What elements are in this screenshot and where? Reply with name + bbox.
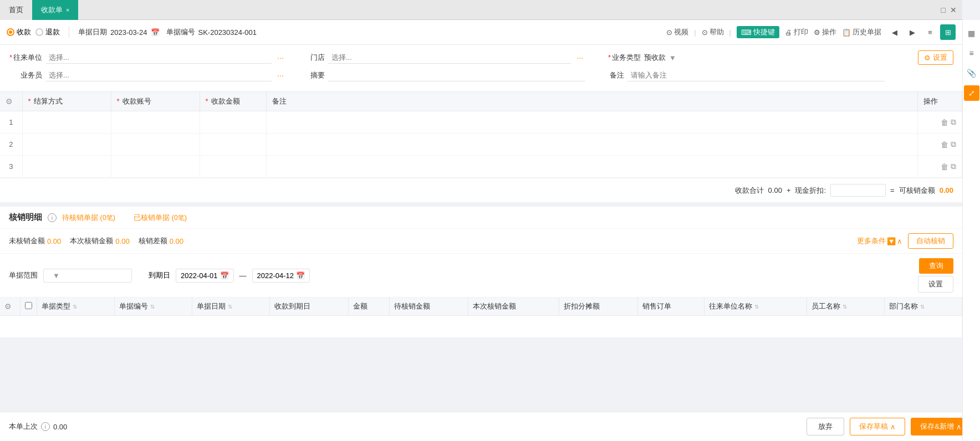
remark-input[interactable] [627, 69, 885, 81]
end-date-input[interactable]: 2022-04-12 📅 [252, 269, 310, 283]
start-date-input[interactable]: 2022-04-01 📅 [176, 269, 234, 283]
counterparty-more-btn[interactable]: ··· [275, 53, 286, 62]
date-settings-btn[interactable]: 设置 [918, 276, 953, 293]
sort-counterparty[interactable]: 往来单位名称 ⇅ [709, 301, 802, 311]
range-arrow: ▼ [53, 271, 60, 280]
select-all-checkbox[interactable] [25, 302, 32, 309]
business-type-selector[interactable]: 预收款 ▼ [644, 53, 676, 63]
shortcut-btn[interactable]: ⌨ 快捷键 [737, 26, 779, 38]
cell-amount-1[interactable] [200, 111, 266, 134]
store-input[interactable] [328, 52, 571, 64]
view-list-btn[interactable]: ≡ [922, 24, 938, 40]
copy-icon-3[interactable]: ⧉ [951, 162, 956, 171]
help-btn[interactable]: ⊙ 帮助 [702, 27, 724, 37]
radio-refund-label: 退款 [45, 27, 60, 37]
table-icon[interactable]: ▦ [964, 25, 979, 41]
bth-gear[interactable]: ⚙ [0, 298, 20, 316]
operation-btn[interactable]: ⚙ 操作 [814, 27, 836, 37]
cell-amount-2[interactable] [200, 134, 266, 156]
cell-account-1[interactable] [111, 111, 200, 134]
discard-btn[interactable]: 放弃 [807, 418, 844, 435]
radio-refund[interactable]: 退款 [35, 27, 60, 37]
delete-icon-1[interactable]: 🗑 [941, 118, 948, 127]
window-close-icon[interactable]: ✕ [950, 6, 957, 14]
sort-type[interactable]: 单据类型 ⇅ [42, 301, 110, 311]
th-settlement: * 结算方式 [22, 92, 111, 111]
salesperson-more-btn[interactable]: ··· [275, 71, 286, 80]
business-type-arrow[interactable]: ▼ [669, 54, 676, 62]
footer-left: 本单上次 i 0.00 [9, 422, 67, 432]
cell-remark-2[interactable] [266, 134, 918, 156]
bth-current-label: 本次核销金额 [473, 302, 516, 310]
th-account: * 收款账号 [111, 92, 200, 111]
attach-icon[interactable]: 📎 [964, 65, 979, 81]
cell-settlement-2[interactable] [22, 134, 111, 156]
save-draft-btn[interactable]: 保存草稿 ∧ [850, 418, 905, 435]
bth-department-label: 部门名称 [889, 301, 918, 311]
auto-clear-btn[interactable]: 自动核销 [908, 233, 953, 249]
store-more-btn[interactable]: ··· [574, 53, 585, 62]
filter-icon: 🔽 [887, 237, 896, 245]
range-selector[interactable]: ▼ [43, 269, 132, 283]
bth-date: 单据日期 ⇅ [192, 298, 269, 316]
radio-receipt[interactable]: 收款 [7, 27, 31, 37]
view-grid-btn[interactable]: ⊞ [940, 24, 956, 40]
bth-pending-label: 待核销金额 [394, 302, 430, 310]
query-btn[interactable]: 查询 [919, 258, 953, 274]
cell-settlement-3[interactable] [22, 156, 111, 178]
radio-refund-circle [35, 28, 43, 36]
cell-account-3[interactable] [111, 156, 200, 178]
history-icon: 📋 [842, 28, 851, 37]
tab-receipt[interactable]: 收款单 × [32, 0, 78, 20]
current-verify-label: 本次核销金额 [70, 236, 113, 246]
sort-date[interactable]: 单据日期 ⇅ [197, 301, 265, 311]
tab-bar-right: □ ✕ [941, 6, 962, 14]
more-conditions-btn[interactable]: 更多条件 🔽 ∧ [857, 236, 902, 246]
cell-remark-3[interactable] [266, 156, 918, 178]
copy-icon-1[interactable]: ⧉ [951, 117, 956, 127]
window-restore-icon[interactable]: □ [941, 6, 946, 14]
print-btn[interactable]: 🖨 打印 [785, 27, 808, 37]
tab-separator [121, 213, 128, 223]
date-value: 2023-03-24 [110, 28, 147, 37]
settings-button[interactable]: ⚙ 设置 [918, 50, 953, 65]
th-remark-label: 备注 [272, 97, 287, 105]
footer-info-icon[interactable]: i [41, 422, 50, 431]
receipt-table: ⚙ * 结算方式 * 收款账号 * 收款金额 [0, 92, 962, 178]
verified-tab[interactable]: 已核销单据 (0笔) [134, 213, 187, 223]
sort-number[interactable]: 单据编号 ⇅ [119, 301, 187, 311]
bottom-table-gear-icon[interactable]: ⚙ [4, 302, 12, 311]
bth-due-date: 收款到期日 [269, 298, 348, 316]
verified-label: 已核销单据 [134, 213, 170, 222]
history-btn[interactable]: 📋 历史单据 [842, 27, 881, 37]
tab-home[interactable]: 首页 [0, 0, 32, 20]
save-new-arrow: ∧ [956, 423, 962, 431]
table-gear-icon[interactable]: ⚙ [6, 97, 13, 106]
verification-info-icon[interactable]: i [48, 213, 57, 222]
copy-icon-2[interactable]: ⧉ [951, 140, 956, 149]
calendar-icon[interactable]: 📅 [151, 28, 160, 37]
counterparty-input[interactable] [45, 52, 272, 64]
discount-input[interactable] [830, 184, 886, 197]
doc-icon[interactable]: ≡ [964, 45, 979, 61]
sort-employee[interactable]: 员工名称 ⇅ [811, 301, 880, 311]
action-col-1: 🗑 ⧉ [923, 117, 956, 127]
current-verify-value: 0.00 [115, 237, 129, 245]
sort-department[interactable]: 部门名称 ⇅ [889, 301, 957, 311]
nav-prev-btn[interactable]: ◀ [887, 24, 902, 40]
delete-icon-2[interactable]: 🗑 [941, 140, 948, 149]
nav-next-btn[interactable]: ▶ [905, 24, 920, 40]
current-verify-item: 本次核销金额 0.00 [70, 236, 129, 246]
cell-account-2[interactable] [111, 134, 200, 156]
cell-settlement-1[interactable] [22, 111, 111, 134]
pending-tab[interactable]: 待核销单据 (0笔) [62, 213, 115, 223]
video-btn[interactable]: ⊙ 视频 [666, 27, 688, 37]
expand-icon[interactable]: ⤢ [964, 85, 979, 101]
cell-amount-3[interactable] [200, 156, 266, 178]
cell-remark-1[interactable] [266, 111, 918, 134]
summary-input[interactable] [328, 69, 585, 81]
salesperson-input[interactable] [45, 69, 272, 81]
tab-close-icon[interactable]: × [66, 7, 69, 13]
delete-icon-3[interactable]: 🗑 [941, 162, 948, 171]
verification-section: 核销明细 i 待核销单据 (0笔) 已核销单据 (0笔) 未核销金额 0.00 … [0, 207, 962, 338]
